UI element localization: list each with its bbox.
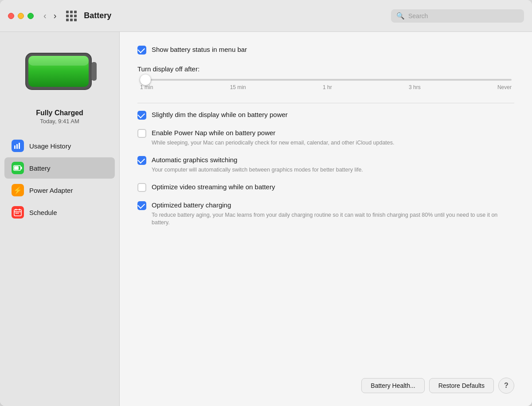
video-streaming-block: Optimize video streaming while on batter… bbox=[137, 183, 514, 192]
auto-graphics-block: Automatic graphics switching Your comput… bbox=[137, 156, 514, 174]
slider-label-3hrs: 3 hrs bbox=[409, 84, 421, 90]
sidebar-nav: Usage History Battery ⚡ bbox=[0, 135, 119, 223]
video-streaming-label: Optimize video streaming while on batter… bbox=[152, 183, 275, 191]
grid-icon[interactable] bbox=[66, 11, 77, 21]
restore-defaults-button[interactable]: Restore Defaults bbox=[429, 378, 494, 393]
power-adapter-icon: ⚡ bbox=[12, 184, 24, 196]
power-nap-block: Enable Power Nap while on battery power … bbox=[137, 129, 514, 147]
maximize-button[interactable] bbox=[27, 13, 34, 19]
video-streaming-row: Optimize video streaming while on batter… bbox=[137, 183, 514, 192]
optimized-charging-label: Optimized battery charging bbox=[152, 201, 231, 209]
sidebar-item-usage-history[interactable]: Usage History bbox=[4, 135, 115, 156]
divider-1 bbox=[137, 103, 514, 103]
optimized-charging-description: To reduce battery aging, your Mac learns… bbox=[152, 211, 514, 227]
usage-history-icon bbox=[12, 140, 24, 152]
slider-label-1hr: 1 hr bbox=[323, 84, 332, 90]
power-nap-row: Enable Power Nap while on battery power … bbox=[137, 129, 514, 147]
power-adapter-label: Power Adapter bbox=[29, 187, 73, 194]
back-button[interactable]: ‹ bbox=[41, 10, 49, 22]
slider-container: 1 min 15 min 1 hr 3 hrs Never bbox=[137, 79, 514, 90]
battery-icon-container bbox=[22, 45, 98, 100]
dim-display-row: Slightly dim the display while on batter… bbox=[137, 110, 514, 120]
optimized-charging-block: Optimized battery charging To reduce bat… bbox=[137, 201, 514, 227]
slider-thumb[interactable] bbox=[140, 74, 151, 85]
svg-rect-4 bbox=[14, 145, 16, 149]
dim-display-block: Slightly dim the display while on batter… bbox=[137, 110, 514, 120]
slider-labels: 1 min 15 min 1 hr 3 hrs Never bbox=[140, 84, 512, 90]
svg-rect-3 bbox=[28, 56, 89, 66]
show-battery-status-label: Show battery status in menu bar bbox=[152, 45, 247, 54]
schedule-label: Schedule bbox=[29, 209, 57, 216]
svg-rect-8 bbox=[14, 166, 19, 170]
battery-nav-icon bbox=[12, 162, 24, 174]
battery-label: Battery bbox=[29, 164, 51, 172]
slider-label: Turn display off after: bbox=[137, 65, 514, 73]
dim-display-checkbox[interactable] bbox=[137, 111, 146, 120]
usage-history-label: Usage History bbox=[29, 142, 71, 150]
close-button[interactable] bbox=[8, 13, 14, 19]
power-nap-label: Enable Power Nap while on battery power bbox=[152, 129, 275, 137]
bottom-bar: Battery Health... Restore Defaults ? bbox=[137, 371, 514, 397]
auto-graphics-checkbox[interactable] bbox=[137, 156, 146, 165]
search-input[interactable] bbox=[408, 12, 519, 20]
video-streaming-checkbox[interactable] bbox=[137, 183, 146, 192]
slider-label-never: Never bbox=[497, 84, 512, 90]
power-nap-checkbox[interactable] bbox=[137, 129, 146, 138]
battery-time-text: Today, 9:41 AM bbox=[36, 118, 83, 125]
auto-graphics-description: Your computer will automatically switch … bbox=[152, 166, 363, 174]
svg-rect-11 bbox=[16, 209, 16, 211]
show-battery-status-row: Show battery status in menu bar bbox=[137, 45, 514, 55]
dim-display-label: Slightly dim the display while on batter… bbox=[152, 110, 288, 119]
main-window: ‹ › Battery 🔍 bbox=[0, 0, 532, 406]
show-battery-status-checkbox[interactable] bbox=[137, 46, 146, 55]
optimized-charging-row: Optimized battery charging To reduce bat… bbox=[137, 201, 514, 227]
svg-rect-13 bbox=[14, 211, 21, 212]
svg-rect-6 bbox=[19, 143, 20, 149]
main-content: Show battery status in menu bar Turn dis… bbox=[120, 32, 532, 406]
svg-rect-15 bbox=[17, 213, 19, 214]
auto-graphics-row: Automatic graphics switching Your comput… bbox=[137, 156, 514, 174]
content-area: Fully Charged Today, 9:41 AM Usage Histo… bbox=[0, 32, 532, 406]
battery-status-text: Fully Charged bbox=[36, 109, 83, 117]
svg-rect-5 bbox=[16, 144, 18, 149]
auto-graphics-label: Automatic graphics switching bbox=[152, 156, 237, 164]
traffic-lights bbox=[8, 13, 34, 19]
svg-rect-9 bbox=[21, 167, 22, 169]
titlebar: ‹ › Battery 🔍 bbox=[0, 0, 532, 32]
sidebar-item-schedule[interactable]: Schedule bbox=[4, 202, 115, 223]
search-icon: 🔍 bbox=[396, 12, 405, 20]
display-off-slider-section: Turn display off after: 1 min 15 min 1 h… bbox=[137, 65, 514, 90]
battery-status: Fully Charged Today, 9:41 AM bbox=[36, 109, 83, 125]
minimize-button[interactable] bbox=[18, 13, 24, 19]
svg-rect-14 bbox=[16, 213, 17, 214]
forward-button[interactable]: › bbox=[51, 10, 59, 22]
sidebar: Fully Charged Today, 9:41 AM Usage Histo… bbox=[0, 32, 120, 406]
battery-icon bbox=[22, 45, 98, 98]
slider-label-15min: 15 min bbox=[230, 84, 246, 90]
help-button[interactable]: ? bbox=[498, 378, 514, 394]
nav-arrows: ‹ › bbox=[41, 10, 59, 22]
sidebar-item-battery[interactable]: Battery bbox=[4, 157, 115, 179]
battery-health-button[interactable]: Battery Health... bbox=[361, 378, 424, 393]
slider-track[interactable] bbox=[140, 79, 512, 81]
settings-section: Show battery status in menu bar Turn dis… bbox=[137, 45, 514, 371]
svg-rect-12 bbox=[19, 209, 20, 211]
svg-rect-1 bbox=[91, 62, 97, 81]
power-nap-description: While sleeping, your Mac can periodicall… bbox=[152, 139, 395, 147]
slider-label-1min: 1 min bbox=[140, 84, 153, 90]
search-bar[interactable]: 🔍 bbox=[391, 9, 524, 23]
optimized-charging-checkbox[interactable] bbox=[137, 201, 146, 210]
schedule-icon bbox=[12, 206, 24, 219]
sidebar-item-power-adapter[interactable]: ⚡ Power Adapter bbox=[4, 180, 115, 201]
window-title: Battery bbox=[84, 11, 391, 20]
